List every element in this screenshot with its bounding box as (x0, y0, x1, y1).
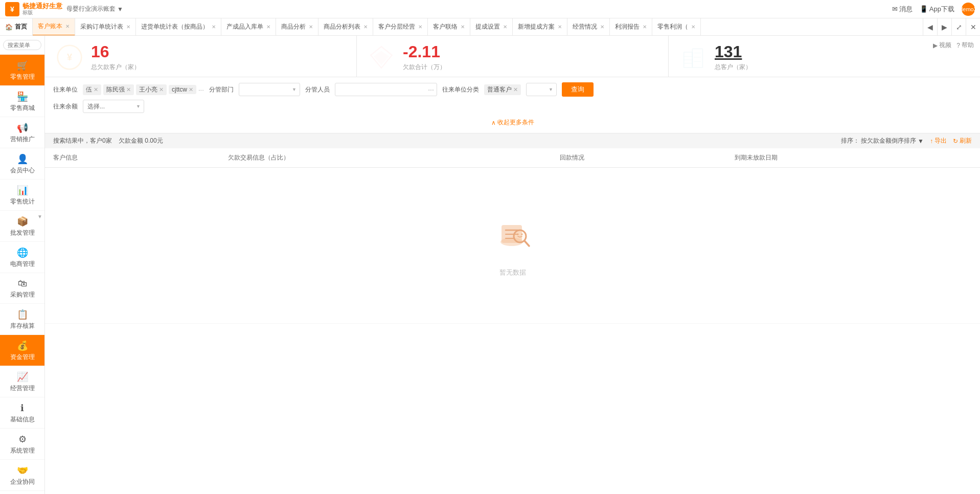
tab-profit-report[interactable]: 利润报告 ✕ (610, 18, 652, 36)
unit-category-tag-normal: 普通客户 ✕ (484, 84, 521, 95)
chevron-down-icon: ▼ (117, 6, 123, 13)
nav-expand-icon[interactable]: ⤢ (951, 18, 966, 36)
close-icon[interactable]: ✕ (643, 24, 647, 30)
help-link[interactable]: ? 帮助 (956, 41, 974, 50)
close-icon[interactable]: ✕ (126, 24, 130, 30)
unit-tag-cjttcw: cjttcw ✕ (169, 85, 196, 94)
sidebar-search-area (0, 36, 44, 55)
close-icon[interactable]: ✕ (691, 24, 695, 30)
nav-prev-icon[interactable]: ◀ (923, 18, 937, 36)
sidebar-item-retail-management[interactable]: 🛒 零售管理 (0, 55, 44, 86)
remove-tag-cjttcw[interactable]: ✕ (189, 86, 193, 93)
unit-tag-chenminqiang: 陈民强 ✕ (103, 84, 134, 95)
info-icon: ℹ (2, 402, 42, 414)
sidebar-item-purchase-management[interactable]: 🛍 采购管理 (0, 273, 44, 304)
sidebar-item-retail-mall[interactable]: 🏪 零售商城 (0, 86, 44, 117)
close-icon[interactable]: ✕ (309, 24, 313, 30)
tab-product-analysis[interactable]: 商品分析 ✕ (276, 18, 318, 36)
close-icon[interactable]: ✕ (461, 24, 465, 30)
tab-customer-contact[interactable]: 客户联络 ✕ (428, 18, 470, 36)
sidebar-item-retail-stats[interactable]: 📊 零售统计 (0, 179, 44, 211)
nav-next-icon[interactable]: ▶ (937, 18, 951, 36)
balance-filter-label: 往来余额 (53, 102, 78, 111)
stat-card-top-links: ▶ 视频 ? 帮助 (933, 41, 974, 50)
remove-tag-wu[interactable]: ✕ (94, 86, 98, 93)
messages-link[interactable]: ✉ 消息 (892, 5, 913, 14)
tab-purchase-order-stat[interactable]: 采购订单统计表 ✕ (75, 18, 136, 36)
expand-icon: ▼ (37, 214, 42, 219)
close-icon[interactable]: ✕ (503, 24, 507, 30)
sidebar-item-batch-management[interactable]: 📦 批发管理 ▼ (0, 211, 44, 242)
manager-input-area (335, 83, 437, 96)
sort-chevron-icon: ▼ (918, 138, 924, 145)
tab-customer-tier[interactable]: 客户分层经营 ✕ (373, 18, 428, 36)
empty-text: 暂无数据 (499, 268, 526, 277)
sort-selector[interactable]: 排序： 按欠款金额倒序排序 ▼ (841, 137, 924, 145)
search-input[interactable] (3, 40, 41, 50)
sidebar-item-system-management[interactable]: ⚙ 系统管理 (0, 429, 44, 460)
unit-filter-tags: 伍 ✕ 陈民强 ✕ 王小亮 ✕ cjttcw ✕ ··· (83, 84, 204, 95)
inventory-icon: 📋 (2, 309, 42, 320)
remove-tag-chenminqiang[interactable]: ✕ (126, 86, 131, 93)
sidebar-item-ecommerce-management[interactable]: 🌐 电商管理 (0, 242, 44, 273)
account-selector[interactable]: 母婴行业演示账套 ▼ (66, 5, 123, 13)
sidebar-item-capital-management[interactable]: 💰 资金管理 (0, 335, 44, 366)
app-download-link[interactable]: 📱 App下载 (920, 5, 954, 14)
sidebar-item-marketing-promotion[interactable]: 📢 营销推广 (0, 117, 44, 148)
app-subtitle: 标版 (22, 10, 62, 16)
export-button[interactable]: ↑ 导出 (930, 137, 947, 145)
sidebar-item-inventory-check[interactable]: 📋 库存核算 (0, 304, 44, 335)
unit-category-tags: 普通客户 ✕ (484, 84, 521, 95)
collapse-button[interactable]: ∧ 收起更多条件 (53, 116, 972, 129)
dept-select-wrapper (239, 83, 300, 96)
svg-rect-5 (692, 49, 702, 68)
table-header-row: 客户信息 欠款交易信息（占比） 回款情况 到期未放款日期 (45, 148, 980, 168)
main-table: 客户信息 欠款交易信息（占比） 回款情况 到期未放款日期 (45, 148, 980, 324)
remove-tag-wangxiaoliang[interactable]: ✕ (159, 86, 164, 93)
tab-business-situation[interactable]: 经营情况 ✕ (567, 18, 610, 36)
empty-state: 暂无数据 (53, 173, 972, 318)
stat-card-debt-amount: -2.11 欠款合计（万） (357, 36, 669, 77)
tab-retail-profit[interactable]: 零售利润（ ✕ (652, 18, 701, 36)
stat-card-total-customers: ▶ 视频 ? 帮助 (669, 36, 980, 77)
avatar[interactable]: demo2 (962, 3, 975, 16)
building-icon (679, 43, 708, 72)
tab-home[interactable]: 🏠 首页 (0, 18, 33, 36)
unit-tags-more[interactable]: ··· (198, 86, 204, 94)
stat-label-debt-amount: 欠款合计（万） (403, 63, 658, 72)
dept-select[interactable] (239, 83, 300, 96)
tab-product-analysis-list[interactable]: 商品分析列表 ✕ (318, 18, 373, 36)
unit-category-select[interactable] (526, 83, 557, 96)
video-link[interactable]: ▶ 视频 (933, 41, 951, 50)
business-icon: 📈 (2, 371, 42, 383)
close-icon[interactable]: ✕ (65, 24, 70, 29)
sidebar-item-basic-info[interactable]: ℹ 基础信息 (0, 397, 44, 429)
close-icon[interactable]: ✕ (212, 24, 216, 30)
sidebar-item-member-center[interactable]: 👤 会员中心 (0, 148, 44, 179)
refresh-button[interactable]: ↻ 刷新 (953, 137, 972, 145)
tab-product-stock-in[interactable]: 产成品入库单 ✕ (221, 18, 276, 36)
nav-close-icon[interactable]: ✕ (966, 18, 980, 36)
remove-tag-normal[interactable]: ✕ (513, 86, 518, 93)
stat-value-debt-amount: -2.11 (403, 43, 658, 61)
query-button[interactable]: 查询 (562, 82, 594, 97)
manager-input[interactable] (335, 83, 437, 96)
svg-point-19 (517, 234, 518, 235)
close-icon[interactable]: ✕ (363, 24, 368, 30)
stats-icon: 📊 (2, 185, 42, 196)
sidebar-item-new-guide[interactable]: 🎓 新手引导 (0, 491, 44, 494)
sidebar-item-business-management[interactable]: 📈 经营管理 (0, 366, 44, 397)
close-icon[interactable]: ✕ (418, 24, 422, 30)
tab-reminder-settings[interactable]: 提成设置 ✕ (470, 18, 513, 36)
sidebar-item-enterprise-cooperation[interactable]: 🤝 企业协同 (0, 460, 44, 491)
close-icon[interactable]: ✕ (266, 24, 270, 30)
balance-select[interactable]: 选择... (83, 100, 144, 113)
close-icon[interactable]: ✕ (600, 24, 604, 30)
nav-tabs-controls: ◀ ▶ ⤢ ✕ (923, 18, 980, 36)
tab-customer-account[interactable]: 客户账本 ✕ (33, 18, 75, 36)
tab-add-success-plan[interactable]: 新增提成方案 ✕ (513, 18, 567, 36)
close-icon[interactable]: ✕ (558, 24, 562, 30)
tab-stock-stat-by-product[interactable]: 进货单统计表（按商品） ✕ (136, 18, 221, 36)
app-title: 畅捷通好生意 (22, 2, 62, 10)
home-icon: 🏠 (5, 24, 13, 31)
